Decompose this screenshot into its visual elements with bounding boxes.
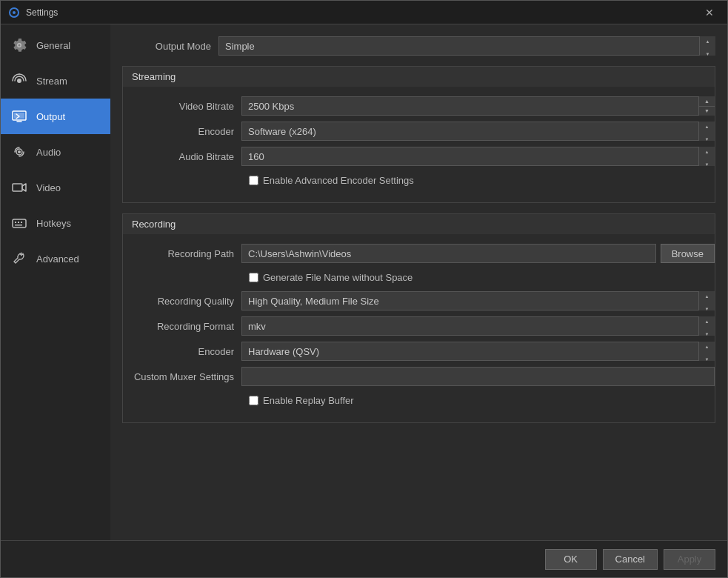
recording-quality-control: High Quality, Medium File Size	[241, 291, 715, 310]
wrench-icon	[11, 250, 27, 267]
svg-rect-12	[15, 225, 22, 226]
recording-encoder-control: Hardware (QSV)	[241, 342, 715, 361]
svg-rect-9	[15, 222, 16, 223]
replay-buffer-row: Enable Replay Buffer	[123, 391, 715, 409]
recording-quality-select[interactable]: High Quality, Medium File Size	[241, 291, 715, 310]
video-bitrate-row: Video Bitrate ▲ ▼	[123, 96, 715, 116]
browse-button[interactable]: Browse	[661, 244, 715, 263]
recording-encoder-label: Encoder	[123, 346, 241, 357]
streaming-encoder-row: Encoder Software (x264)	[123, 121, 715, 142]
sidebar-label-output: Output	[36, 111, 65, 122]
generate-filename-row: Generate File Name without Space	[123, 268, 715, 286]
close-button[interactable]: ✕	[699, 2, 720, 23]
sidebar-item-output[interactable]: Output	[1, 99, 110, 134]
recording-encoder-select-wrapper: Hardware (QSV)	[241, 342, 715, 361]
video-bitrate-input[interactable]	[241, 96, 715, 116]
generate-filename-label[interactable]: Generate File Name without Space	[263, 272, 413, 283]
video-icon	[11, 179, 27, 196]
gear-icon	[11, 37, 27, 53]
svg-point-6	[18, 150, 21, 153]
svg-rect-8	[13, 219, 26, 227]
apply-button[interactable]: Apply	[664, 549, 715, 570]
streaming-section-header: Streaming	[123, 67, 715, 87]
recording-quality-select-wrapper: High Quality, Medium File Size	[241, 291, 715, 310]
recording-path-label: Recording Path	[123, 248, 241, 259]
muxer-label: Custom Muxer Settings	[123, 371, 241, 382]
svg-rect-7	[13, 184, 22, 191]
advanced-encoder-row: Enable Advanced Encoder Settings	[123, 171, 715, 189]
recording-format-control: mkv	[241, 316, 715, 336]
output-mode-select[interactable]: Simple	[218, 36, 715, 56]
right-panel: Output Mode Simple Streaming	[110, 24, 727, 540]
sidebar-label-advanced: Advanced	[36, 253, 79, 265]
sidebar-item-audio[interactable]: Audio	[1, 134, 110, 170]
title-bar: Settings ✕	[1, 1, 727, 24]
svg-rect-4	[14, 113, 24, 119]
muxer-input[interactable]	[241, 367, 715, 386]
recording-quality-row: Recording Quality High Quality, Medium F…	[123, 290, 715, 311]
main-content: General Stream	[1, 24, 727, 540]
sidebar-item-general[interactable]: General	[1, 27, 110, 63]
output-icon	[11, 108, 27, 124]
bottom-bar: OK Cancel Apply	[1, 540, 727, 577]
advanced-encoder-label[interactable]: Enable Advanced Encoder Settings	[263, 175, 414, 186]
audio-bitrate-select-wrapper: 160	[241, 147, 715, 166]
sidebar: General Stream	[1, 24, 110, 540]
advanced-encoder-checkbox[interactable]	[249, 176, 258, 185]
svg-rect-10	[18, 222, 19, 223]
sidebar-label-audio: Audio	[36, 147, 61, 158]
sidebar-item-hotkeys[interactable]: Hotkeys	[1, 205, 110, 241]
video-bitrate-label: Video Bitrate	[123, 101, 241, 112]
replay-buffer-label[interactable]: Enable Replay Buffer	[263, 395, 354, 406]
audio-bitrate-control: 160	[241, 147, 715, 166]
stream-icon	[11, 73, 27, 89]
recording-path-input[interactable]	[241, 244, 656, 263]
audio-icon	[11, 144, 27, 160]
output-mode-row: Output Mode Simple	[122, 36, 715, 56]
sidebar-label-stream: Stream	[36, 76, 67, 87]
recording-format-select[interactable]: mkv	[241, 316, 715, 336]
recording-section-body: Recording Path Browse Generate File Name…	[123, 234, 715, 422]
output-mode-label: Output Mode	[122, 41, 218, 52]
sidebar-item-advanced[interactable]: Advanced	[1, 241, 110, 276]
recording-format-label: Recording Format	[123, 321, 241, 332]
replay-buffer-checkbox[interactable]	[249, 396, 258, 405]
sidebar-label-video: Video	[36, 182, 61, 193]
recording-format-select-wrapper: mkv	[241, 316, 715, 336]
output-mode-select-wrapper: Simple	[218, 36, 715, 56]
muxer-control	[241, 367, 715, 386]
sidebar-item-stream[interactable]: Stream	[1, 63, 110, 99]
path-row: Browse	[241, 244, 715, 263]
cancel-button[interactable]: Cancel	[603, 549, 658, 570]
recording-format-row: Recording Format mkv	[123, 316, 715, 336]
svg-point-2	[17, 79, 21, 83]
ok-button[interactable]: OK	[545, 549, 597, 570]
audio-bitrate-label: Audio Bitrate	[123, 151, 241, 162]
streaming-encoder-select-wrapper: Software (x264)	[241, 122, 715, 141]
window-title: Settings	[26, 7, 699, 18]
recording-encoder-row: Encoder Hardware (QSV)	[123, 341, 715, 362]
sidebar-label-hotkeys: Hotkeys	[36, 218, 71, 229]
sidebar-label-general: General	[36, 40, 70, 51]
audio-bitrate-row: Audio Bitrate 160	[123, 146, 715, 167]
recording-section-header: Recording	[123, 214, 715, 234]
app-icon	[8, 7, 20, 19]
recording-path-control: Browse	[241, 244, 715, 263]
audio-bitrate-select[interactable]: 160	[241, 147, 715, 166]
video-bitrate-spinbox: ▲ ▼	[241, 96, 715, 116]
streaming-section-body: Video Bitrate ▲ ▼	[123, 87, 715, 202]
muxer-row: Custom Muxer Settings	[123, 366, 715, 387]
streaming-encoder-select[interactable]: Software (x264)	[241, 122, 715, 141]
recording-section: Recording Recording Path Browse	[122, 213, 715, 423]
sidebar-item-video[interactable]: Video	[1, 170, 110, 205]
generate-filename-checkbox[interactable]	[249, 273, 258, 282]
streaming-section: Streaming Video Bitrate ▲ ▼	[122, 66, 715, 203]
recording-path-row: Recording Path Browse	[123, 243, 715, 264]
video-bitrate-control: ▲ ▼	[241, 96, 715, 116]
recording-encoder-select[interactable]: Hardware (QSV)	[241, 342, 715, 361]
recording-quality-label: Recording Quality	[123, 296, 241, 307]
streaming-encoder-label: Encoder	[123, 126, 241, 137]
streaming-encoder-control: Software (x264)	[241, 122, 715, 141]
svg-rect-11	[21, 222, 22, 223]
keyboard-icon	[11, 215, 27, 231]
